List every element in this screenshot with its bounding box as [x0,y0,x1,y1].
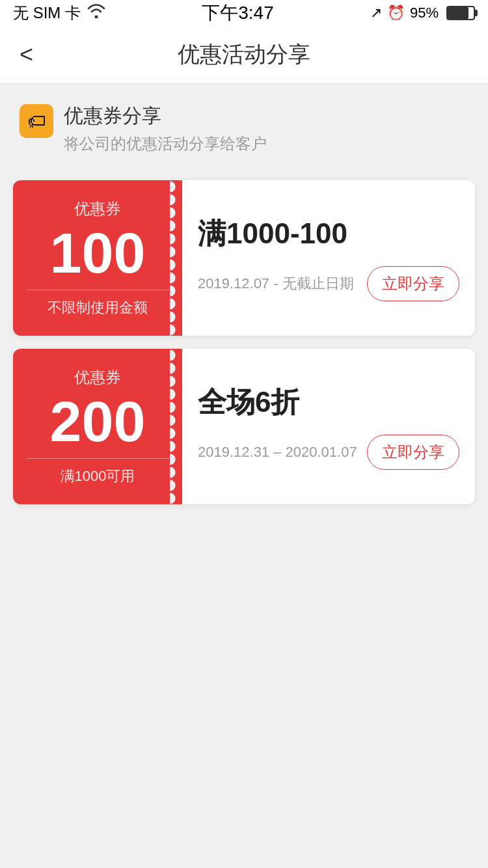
section-subtitle: 将公司的优惠活动分享给客户 [64,133,267,154]
coupon-label-2: 优惠券 [74,367,121,388]
coupon-divider-1 [26,290,169,290]
share-button-1[interactable]: 立即分享 [367,266,459,301]
status-time: 下午3:47 [202,1,274,25]
coupon-condition-2: 满1000可用 [61,467,135,486]
section-icon: 🏷 [20,104,53,138]
coupon-date-1: 2019.12.07 - 无截止日期 [198,274,354,293]
section-title: 优惠券分享 [64,103,267,129]
coupon-amount-1: 100 [50,224,146,282]
status-bar: 无 SIM 卡 下午3:47 ↗ ⏰ 95% [0,0,488,26]
coupon-bottom-1: 2019.12.07 - 无截止日期 立即分享 [198,266,459,301]
coupon-right-1: 满1000-100 2019.12.07 - 无截止日期 立即分享 [182,180,475,336]
status-left: 无 SIM 卡 [13,3,105,23]
page-title: 优惠活动分享 [178,40,310,70]
nav-bar: < 优惠活动分享 [0,26,488,83]
wifi-icon [87,4,105,22]
coupon-amount-2: 200 [50,393,146,450]
coupon-right-2: 全场6折 2019.12.31 – 2020.01.07 立即分享 [182,349,475,504]
status-right: ↗ ⏰ 95% [370,5,475,21]
section-text: 优惠券分享 将公司的优惠活动分享给客户 [64,103,267,154]
coupon-label-1: 优惠券 [74,198,121,219]
location-icon: ↗ [370,5,382,21]
coupon-list: 优惠券 100 不限制使用金额 满1000-100 2019.12.07 - 无… [0,180,488,524]
coupon-condition-1: 不限制使用金额 [47,298,148,318]
coupon-divider-2 [26,458,169,459]
coupon-icon: 🏷 [27,111,46,132]
back-button[interactable]: < [20,41,33,68]
coupon-date-2: 2019.12.31 – 2020.01.07 [198,444,357,461]
empty-area [0,524,488,849]
coupon-left-1: 优惠券 100 不限制使用金额 [13,180,182,336]
share-button-2[interactable]: 立即分享 [367,435,459,470]
coupon-bottom-2: 2019.12.31 – 2020.01.07 立即分享 [198,435,459,470]
battery-percent: 95% [410,5,439,21]
battery-icon [446,6,475,20]
coupon-card-1: 优惠券 100 不限制使用金额 满1000-100 2019.12.07 - 无… [13,180,475,336]
carrier-text: 无 SIM 卡 [13,3,81,23]
coupon-card-2: 优惠券 200 满1000可用 全场6折 2019.12.31 – 2020.0… [13,349,475,504]
coupon-left-2: 优惠券 200 满1000可用 [13,349,182,504]
coupon-title-2: 全场6折 [198,383,459,422]
section-header: 🏷 优惠券分享 将公司的优惠活动分享给客户 [0,83,488,167]
alarm-icon: ⏰ [387,5,405,21]
coupon-title-1: 满1000-100 [198,215,459,253]
